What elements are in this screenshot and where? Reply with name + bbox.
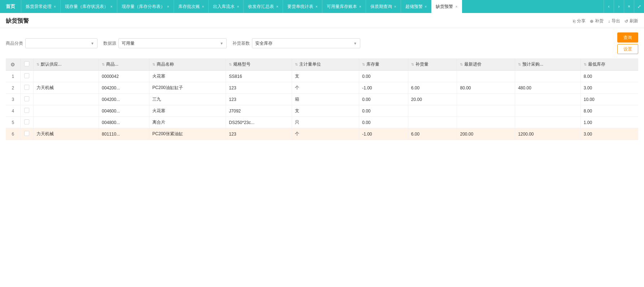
th-latest-price[interactable]: ⇅ 最新进价 [457, 58, 515, 71]
datasource-select[interactable]: 可用量 ▼ [118, 38, 227, 48]
filter-actions: 查询 设置 [617, 32, 638, 54]
th-checkbox [20, 58, 33, 71]
row-replenish [408, 105, 457, 117]
nav-tab-7[interactable]: 要货单统计表 × [283, 0, 322, 13]
category-label: 商品分类 [6, 40, 23, 47]
nav-tab-10[interactable]: 超储预警 × [401, 0, 432, 13]
chevron-down-icon: ▼ [91, 41, 94, 45]
row-default-supplier: 力天机械 [33, 128, 99, 140]
row-checkbox-cell [20, 117, 33, 128]
close-icon[interactable]: × [316, 5, 318, 9]
th-spec[interactable]: ⇅ 规格型号 [226, 58, 292, 71]
th-estimated-purchase-label: 预计采购... [522, 61, 543, 67]
nav-tab-1[interactable]: 炼货异常处理 × [21, 0, 61, 13]
close-icon[interactable]: × [455, 5, 457, 9]
table-row[interactable]: 5 004800... 离合片 DS250*23c... 只 0.00 1.00 [6, 117, 638, 128]
sort-icon: ⇅ [460, 62, 463, 66]
nav-tab-4[interactable]: 库存批次账 × [174, 0, 209, 13]
table-row[interactable]: 4 004600... 火花塞 J7092 支 0.00 8.00 [6, 105, 638, 117]
page-content: 缺货预警 ⎗ 分享 ⊕ 补货 ↓ 导出 ↺ 刷新 商品分类 [0, 13, 644, 287]
datasource-label: 数据源 [103, 40, 116, 47]
th-default-supplier-label: 默认供应... [41, 61, 62, 67]
replenish-base-select[interactable]: 安全库存 ▼ [252, 38, 360, 48]
row-checkbox[interactable] [24, 85, 29, 90]
export-label: 导出 [612, 18, 620, 24]
nav-tab-label: 收发存汇总表 [248, 4, 274, 10]
row-checkbox-cell [20, 82, 33, 94]
row-index: 2 [6, 82, 20, 94]
row-checkbox-cell [20, 128, 33, 140]
nav-tab-3[interactable]: 现存量（库存分布表） × [117, 0, 174, 13]
row-default-supplier [33, 71, 99, 82]
table-row[interactable]: 3 004200... 三九 123 箱 0.00 20.00 10.00 [6, 94, 638, 105]
row-checkbox[interactable] [24, 96, 29, 101]
row-checkbox[interactable] [24, 119, 29, 124]
nav-tab-5[interactable]: 出入库流水 × [209, 0, 244, 13]
row-latest-price [457, 105, 515, 117]
row-checkbox[interactable] [24, 131, 29, 136]
row-latest-price [457, 71, 515, 82]
row-checkbox[interactable] [24, 108, 29, 113]
page-title: 缺货预警 [6, 17, 29, 25]
table-row[interactable]: 1 0000042 火花塞 SS816 支 0.00 8.00 [6, 71, 638, 82]
share-label: 分享 [577, 18, 586, 24]
select-all-checkbox[interactable] [24, 61, 29, 66]
row-checkbox[interactable] [24, 73, 29, 78]
row-stock: 0.00 [359, 117, 408, 128]
row-min-stock: 3.00 [580, 128, 638, 140]
share-button[interactable]: ⎗ 分享 [573, 18, 586, 24]
row-unit: 支 [292, 71, 359, 82]
th-product-name[interactable]: ⇅ 商品名称 [149, 58, 226, 71]
th-spec-label: 规格型号 [233, 61, 251, 67]
row-min-stock: 8.00 [580, 105, 638, 117]
nav-home[interactable]: 首页 [0, 0, 21, 13]
datasource-filter-group: 数据源 可用量 ▼ [103, 38, 227, 48]
th-unit[interactable]: ⇅ 主计量单位 [292, 58, 359, 71]
nav-tab-8[interactable]: 可用量库存账本 × [322, 0, 366, 13]
refresh-button[interactable]: ↺ 刷新 [625, 18, 638, 24]
th-stock[interactable]: ⇅ 库存量 [359, 58, 408, 71]
th-estimated-purchase[interactable]: ⇅ 预计采购... [515, 58, 581, 71]
row-checkbox-cell [20, 105, 33, 117]
close-icon[interactable]: × [276, 5, 278, 9]
replenish-button[interactable]: ⊕ 补货 [590, 18, 604, 24]
close-icon[interactable]: × [425, 5, 427, 9]
th-min-stock[interactable]: ⇅ 最低库存 [580, 58, 638, 71]
sort-icon: ⇅ [584, 62, 587, 66]
table-header-row: ⚙ ⇅ 默认供应... ⇅ 商品... [6, 58, 638, 71]
close-icon[interactable]: × [54, 5, 56, 9]
th-default-supplier[interactable]: ⇅ 默认供应... [33, 58, 99, 71]
close-icon[interactable]: × [167, 5, 169, 9]
close-icon[interactable]: × [394, 5, 396, 9]
table-row[interactable]: 6 力天机械 801110... PC200张紧油缸 123 个 -1.00 6… [6, 128, 638, 140]
row-index: 3 [6, 94, 20, 105]
close-icon[interactable]: × [202, 5, 204, 9]
nav-expand-button[interactable]: ⤢ [634, 0, 644, 13]
close-icon[interactable]: × [359, 5, 361, 9]
row-default-supplier [33, 94, 99, 105]
row-product-code: 0000042 [99, 71, 149, 82]
close-icon[interactable]: × [237, 5, 239, 9]
nav-close-button[interactable]: × [624, 0, 634, 13]
close-icon[interactable]: × [110, 5, 113, 9]
nav-tab-9[interactable]: 保质期查询 × [366, 0, 401, 13]
th-replenish[interactable]: ⇅ 补货量 [408, 58, 457, 71]
table-row[interactable]: 2 力天机械 004200... PC200油缸缸子 123 个 -1.00 6… [6, 82, 638, 94]
settings-button[interactable]: 设置 [617, 44, 638, 54]
nav-tab-11[interactable]: 缺货预警 × [431, 0, 462, 13]
query-button[interactable]: 查询 [617, 32, 638, 43]
row-default-supplier [33, 117, 99, 128]
category-select[interactable]: ▼ [25, 38, 97, 48]
nav-tab-2[interactable]: 现存量（库存状况表） × [61, 0, 117, 13]
nav-tab-label: 现存量（库存状况表） [65, 4, 108, 10]
export-button[interactable]: ↓ 导出 [608, 18, 620, 24]
filter-bar: 商品分类 ▼ 数据源 可用量 ▼ 补货基数 安全库存 ▼ 查询 设置 [0, 28, 644, 58]
gear-icon[interactable]: ⚙ [10, 62, 15, 67]
nav-tab-label: 现存量（库存分布表） [122, 4, 165, 10]
nav-prev-button[interactable]: ‹ [604, 0, 614, 13]
nav-controls: ‹ › × ⤢ [604, 0, 644, 13]
row-stock: 0.00 [359, 105, 408, 117]
nav-next-button[interactable]: › [614, 0, 624, 13]
nav-tab-6[interactable]: 收发存汇总表 × [244, 0, 283, 13]
th-product-code[interactable]: ⇅ 商品... [99, 58, 149, 71]
